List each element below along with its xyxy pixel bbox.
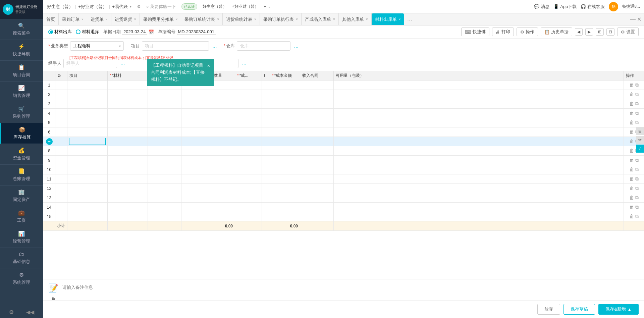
tab-more-btn[interactable]: … [404, 13, 415, 25]
side-tool-2[interactable]: ✏ [636, 136, 644, 144]
radio-material-out[interactable]: 材料出库 [48, 29, 72, 35]
col-header-cost-info[interactable]: ℹ [262, 71, 270, 81]
add-row-btn[interactable]: + [46, 138, 53, 145]
sidebar-item-finance[interactable]: 💰 资金管理 [0, 144, 43, 165]
copy-icon[interactable]: ⧉ [635, 157, 639, 163]
project-more-btn[interactable]: … [211, 43, 218, 49]
tab-other-in[interactable]: 其他入库单 × [339, 13, 372, 25]
tab-material-out[interactable]: 材料出库单 × [372, 13, 405, 25]
layout-list-btn[interactable]: ⊟ [606, 28, 614, 36]
nav-agency[interactable]: +易代账 [112, 4, 128, 10]
delete-icon[interactable]: 🗑 [629, 129, 634, 135]
copy-icon[interactable]: ⧉ [635, 167, 639, 172]
num-value[interactable]: MD-20230324-001 [177, 29, 216, 35]
sidebar-item-system[interactable]: ⚙ 系统管理 [0, 268, 43, 289]
tab-material-out-close[interactable]: × [399, 17, 401, 21]
next-btn[interactable]: ▶ [585, 28, 593, 36]
prev-btn[interactable]: ◀ [575, 28, 583, 36]
copy-icon[interactable]: ⧉ [635, 82, 639, 88]
collapse-button[interactable]: ◀◀ [26, 309, 34, 315]
sidebar-item-quicknav[interactable]: ⚡ 快捷导航 [0, 40, 43, 61]
sidebar-item-basic[interactable]: 🗂 基础信息 [0, 248, 43, 268]
calendar-icon[interactable]: 📅 [149, 30, 154, 35]
tab-product-in[interactable]: 产成品入库单 × [302, 13, 339, 25]
tab-home[interactable]: 首页 [43, 13, 59, 25]
nav-right-good-finance[interactable]: +好业财（普） [232, 4, 259, 9]
delete-icon[interactable]: 🗑 [629, 157, 634, 163]
tab-purchase-expense-close[interactable]: × [176, 17, 178, 21]
message-btn[interactable]: 💬 消息 [534, 4, 549, 10]
tab-incoming-return-close[interactable]: × [134, 17, 136, 21]
user-avatar[interactable]: 畅 [609, 2, 618, 11]
row7-project-input[interactable] [69, 138, 105, 145]
delete-icon[interactable]: 🗑 [629, 139, 634, 144]
delete-icon[interactable]: 🗑 [629, 186, 634, 191]
settings-icon[interactable]: ⚙ [137, 4, 141, 9]
handler-more-btn[interactable]: … [119, 61, 126, 66]
tab-purchase-order[interactable]: 采购订单 × [59, 13, 87, 25]
tab-purchase-stats-close[interactable]: × [217, 17, 219, 21]
tab-incoming-stats-close[interactable]: × [254, 17, 256, 21]
sidebar-item-ops[interactable]: 📊 经营管理 [0, 227, 43, 248]
copy-icon[interactable]: ⧉ [635, 204, 639, 210]
window-minimize-btn[interactable]: — [630, 16, 636, 22]
tab-incoming-stats[interactable]: 进货单统计表 × [223, 13, 260, 25]
copy-icon[interactable]: ⧉ [635, 186, 639, 191]
side-tool-3[interactable]: ✓ [636, 145, 644, 153]
tab-other-in-close[interactable]: × [366, 17, 368, 21]
income-contract-more-btn[interactable]: … [240, 61, 248, 66]
sidebar-item-assets[interactable]: 🏢 固定资产 [0, 186, 43, 206]
sidebar-item-ledger[interactable]: 📒 总账管理 [0, 165, 43, 186]
sidebar-item-sales[interactable]: 📈 销售管理 [0, 82, 43, 102]
delete-icon[interactable]: 🗑 [629, 110, 634, 116]
tab-purchase-expense[interactable]: 采购费用分摊单 × [140, 13, 181, 25]
operation-btn[interactable]: ⚙ 操作 [517, 28, 538, 36]
tab-purchase-stats[interactable]: 采购订单统计表 × [181, 13, 223, 25]
tab-purchase-exec[interactable]: 采购订单执行表 × [260, 13, 302, 25]
delete-icon[interactable]: 🗑 [629, 120, 634, 125]
delete-icon[interactable]: 🗑 [629, 204, 634, 210]
window-close-btn[interactable]: ✕ [637, 16, 641, 22]
tab-purchase-order-close[interactable]: × [82, 17, 84, 21]
copy-icon[interactable]: ⧉ [635, 214, 639, 219]
app-download-btn[interactable]: 📱 App下载 [553, 4, 577, 10]
col-header-settings[interactable]: ⚙ [55, 71, 67, 81]
copy-icon[interactable]: ⧉ [635, 101, 639, 107]
copy-icon[interactable]: ⧉ [635, 92, 639, 97]
copy-icon[interactable]: ⧉ [635, 176, 639, 182]
tab-purchase-exec-close[interactable]: × [296, 17, 298, 21]
save-draft-button[interactable]: 保存草稿 [564, 304, 595, 315]
shortcut-btn[interactable]: ⌨ 快捷键 [461, 28, 489, 36]
sidebar-item-project[interactable]: 📋 项目合同 [0, 61, 43, 82]
copy-icon[interactable]: ⧉ [635, 110, 639, 116]
radio-material-return[interactable]: 材料退库 [76, 29, 99, 35]
date-value[interactable]: 2023-03-24 [122, 29, 147, 35]
print-btn[interactable]: 🖨 打印 [492, 28, 514, 36]
copy-icon[interactable]: ⧉ [635, 120, 639, 125]
copy-icon[interactable]: ⧉ [635, 195, 639, 201]
settings-button[interactable]: ⚙ [9, 309, 14, 315]
nav-right-plus[interactable]: +… [264, 4, 270, 9]
sidebar-item-salary[interactable]: 💼 工资 [0, 206, 43, 227]
sidebar-item-search[interactable]: 🔍 搜索菜单 [0, 19, 43, 40]
delete-icon[interactable]: 🗑 [629, 101, 634, 107]
customer-service-btn[interactable]: 🎧 在线客服 [581, 4, 605, 10]
nav-more-icon[interactable]: ▾ [130, 5, 131, 8]
settings-btn[interactable]: ⚙ 设置 [617, 28, 639, 36]
side-tool-1[interactable]: ⊞ [636, 127, 644, 135]
delete-icon[interactable]: 🗑 [629, 92, 634, 97]
tab-product-in-close[interactable]: × [333, 17, 335, 21]
delete-icon[interactable]: 🗑 [629, 82, 634, 88]
nav-good-finance[interactable]: +好业财（普） [78, 4, 107, 10]
sidebar-item-purchase[interactable]: 🛒 采购管理 [0, 102, 43, 123]
tab-incoming-return[interactable]: 进货退货 × [111, 13, 140, 25]
biz-type-select[interactable]: 工程领料 ▾ [70, 41, 124, 51]
history-btn[interactable]: 📋 历史单据 [541, 28, 572, 36]
project-select[interactable]: 项目 [142, 41, 209, 51]
experience-link[interactable]: ○ 我要体验一下 [146, 4, 176, 10]
delete-icon[interactable]: 🗑 [629, 214, 634, 219]
sidebar-item-inventory[interactable]: 📦 库存核算 [0, 123, 43, 144]
tab-incoming[interactable]: 进货单 × [87, 13, 111, 25]
delete-icon[interactable]: 🗑 [629, 148, 634, 154]
warehouse-select[interactable]: 仓库 [237, 41, 290, 51]
